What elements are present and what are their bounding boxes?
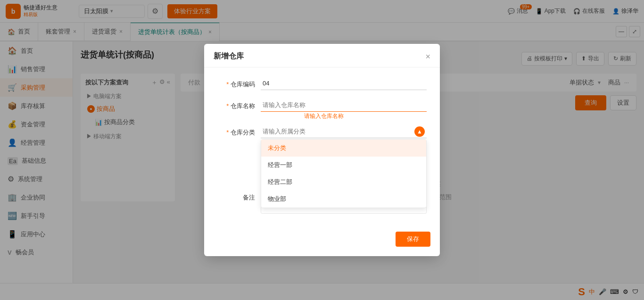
new-warehouse-modal: 新增仓库 × 仓库编码 仓库名称 请输入仓库名称 仓库分类 bbox=[204, 44, 440, 256]
modal-close-button[interactable]: × bbox=[425, 52, 430, 61]
warehouse-code-label: 仓库编码 bbox=[217, 77, 255, 89]
dropdown-item-dept1[interactable]: 经营一部 bbox=[261, 157, 426, 174]
save-button[interactable]: 保存 bbox=[396, 232, 430, 247]
modal-overlay: 新增仓库 × 仓库编码 仓库名称 请输入仓库名称 仓库分类 bbox=[0, 0, 644, 300]
category-dropdown-toggle[interactable]: ▲ bbox=[414, 126, 425, 137]
warehouse-name-input[interactable] bbox=[261, 99, 427, 112]
category-dropdown-list: 未分类 经营一部 经营二部 物业部 bbox=[261, 139, 427, 208]
warehouse-remark-label: 备注 bbox=[217, 190, 255, 202]
warehouse-code-input[interactable] bbox=[261, 77, 427, 90]
modal-footer: 保存 bbox=[204, 227, 440, 256]
dropdown-item-uncategorized[interactable]: 未分类 bbox=[261, 140, 426, 157]
modal-title: 新增仓库 bbox=[214, 51, 244, 61]
warehouse-code-row: 仓库编码 bbox=[217, 77, 427, 90]
warehouse-category-input[interactable] bbox=[261, 125, 427, 138]
warehouse-name-error: 请输入仓库名称 bbox=[304, 112, 344, 120]
dropdown-item-dept2[interactable]: 经营二部 bbox=[261, 174, 426, 191]
warehouse-name-label: 仓库名称 bbox=[217, 99, 255, 110]
warehouse-category-row: 仓库分类 ▲ 未分类 经营一部 经营二部 物业部 bbox=[217, 125, 427, 138]
modal-header: 新增仓库 × bbox=[204, 44, 440, 67]
dropdown-item-dept3[interactable]: 物业部 bbox=[261, 191, 426, 208]
warehouse-category-label: 仓库分类 bbox=[217, 125, 255, 137]
warehouse-category-wrap: ▲ 未分类 经营一部 经营二部 物业部 bbox=[261, 125, 427, 138]
modal-body: 仓库编码 仓库名称 请输入仓库名称 仓库分类 ▲ 未分类 bbox=[204, 67, 440, 227]
warehouse-name-row: 仓库名称 请输入仓库名称 bbox=[217, 99, 427, 112]
warehouse-name-wrap: 请输入仓库名称 bbox=[261, 99, 427, 112]
